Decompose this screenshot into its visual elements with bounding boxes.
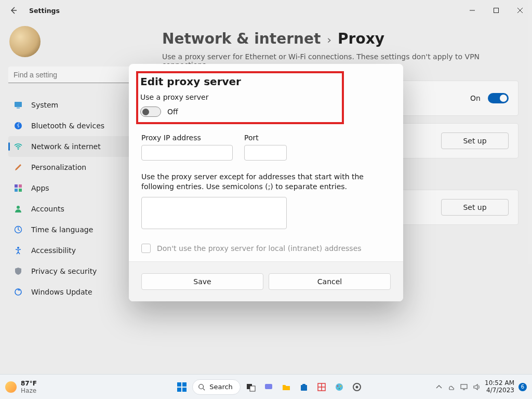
taskbar-weather[interactable]: 87°F Haze: [0, 380, 104, 394]
proxy-ip-label: Proxy IP address: [141, 134, 233, 142]
search-icon: [198, 383, 205, 391]
cancel-button[interactable]: Cancel: [269, 273, 391, 290]
weather-icon: [5, 381, 17, 393]
notification-badge[interactable]: 6: [518, 383, 527, 391]
taskbar-clock[interactable]: 10:52 AM 4/7/2023: [485, 380, 514, 394]
volume-icon[interactable]: [472, 383, 481, 391]
dialog-title: Edit proxy server: [140, 75, 338, 88]
svg-point-18: [199, 384, 204, 389]
proxy-port-label: Port: [244, 134, 287, 142]
exceptions-input[interactable]: [141, 197, 287, 229]
onedrive-icon[interactable]: [447, 383, 456, 391]
bypass-local-checkbox[interactable]: [141, 244, 151, 253]
taskbar-app-explorer[interactable]: [279, 380, 294, 394]
taskbar-app-settings[interactable]: [350, 380, 364, 394]
svg-rect-21: [265, 384, 272, 389]
save-button[interactable]: Save: [141, 273, 263, 290]
proxy-ip-input[interactable]: [141, 145, 233, 161]
taskbar-app-snip[interactable]: [314, 380, 329, 394]
svg-rect-22: [301, 385, 307, 391]
svg-point-27: [340, 385, 341, 386]
taskbar-search[interactable]: Search: [192, 379, 241, 395]
svg-rect-20: [250, 386, 255, 391]
task-view[interactable]: [244, 380, 258, 394]
bypass-local-label: Don't use the proxy server for local (in…: [157, 244, 362, 252]
taskbar: 87°F Haze Search 10:52 AM 4/7/2023 6: [0, 374, 532, 399]
use-proxy-state: Off: [167, 108, 178, 116]
svg-rect-17: [182, 388, 187, 392]
exceptions-help: Use the proxy server except for addresse…: [141, 172, 391, 192]
svg-point-30: [355, 385, 358, 388]
use-proxy-toggle[interactable]: [140, 107, 161, 117]
svg-point-26: [337, 385, 338, 386]
edit-proxy-dialog: Edit proxy server Use a proxy server Off…: [129, 64, 403, 301]
taskbar-app-chat[interactable]: [261, 380, 276, 394]
svg-rect-23: [302, 384, 305, 385]
svg-rect-14: [177, 382, 181, 387]
use-proxy-label: Use a proxy server: [140, 93, 338, 101]
svg-rect-31: [461, 384, 467, 389]
taskbar-app-store[interactable]: [297, 380, 311, 394]
taskbar-app-paint[interactable]: [332, 380, 347, 394]
chevron-up-icon[interactable]: [435, 383, 443, 391]
annotation-highlight: Edit proxy server Use a proxy server Off: [136, 71, 344, 124]
svg-point-28: [339, 388, 340, 389]
svg-rect-15: [182, 382, 187, 387]
svg-point-25: [336, 383, 343, 391]
svg-rect-16: [177, 388, 181, 392]
proxy-port-input[interactable]: [244, 145, 287, 161]
network-tray-icon[interactable]: [460, 383, 468, 391]
start-button[interactable]: [175, 380, 189, 394]
